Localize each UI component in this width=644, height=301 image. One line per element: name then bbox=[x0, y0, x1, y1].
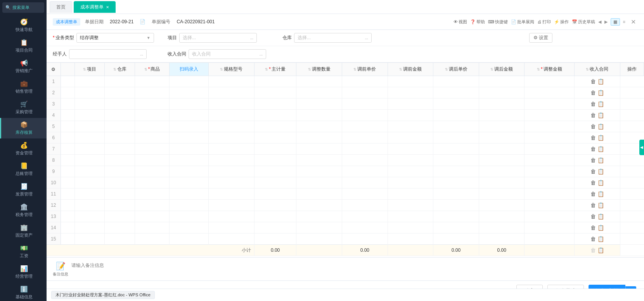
row-income-contract[interactable] bbox=[525, 189, 575, 200]
tab-home[interactable]: 首页 bbox=[50, 1, 72, 13]
table-container[interactable]: ⚙ ⇅项目 ⇅仓库 ⇅*商品 扫码录入 ⇅规格型号 ⇅*主计量 ⇅调整数量 ⇅调… bbox=[47, 62, 644, 257]
right-edge-toggle[interactable]: ◀ bbox=[639, 140, 644, 155]
row-scan[interactable] bbox=[135, 222, 170, 234]
row-income-contract[interactable] bbox=[525, 234, 575, 245]
help-action[interactable]: ❓帮助 bbox=[470, 19, 485, 25]
row-adjust-qty[interactable] bbox=[254, 177, 296, 189]
row-pre-amount[interactable] bbox=[342, 155, 388, 166]
row-copy-icon[interactable]: 📋 bbox=[597, 202, 604, 208]
row-income-contract[interactable] bbox=[525, 144, 575, 155]
row-unit[interactable] bbox=[209, 200, 254, 211]
row-spec[interactable] bbox=[170, 177, 209, 189]
row-scan[interactable] bbox=[135, 99, 170, 110]
form-close-button[interactable]: ✕ bbox=[628, 17, 638, 26]
row-project[interactable] bbox=[61, 110, 74, 121]
row-pre-unit-price[interactable] bbox=[296, 222, 342, 234]
row-copy-icon[interactable]: 📋 bbox=[597, 213, 604, 220]
row-income-contract[interactable] bbox=[525, 110, 575, 121]
row-delete-icon[interactable]: 🗑 bbox=[590, 191, 596, 197]
row-pre-unit-price[interactable] bbox=[296, 211, 342, 222]
row-spec[interactable] bbox=[170, 99, 209, 110]
row-warehouse[interactable] bbox=[74, 144, 105, 155]
row-pre-amount[interactable] bbox=[342, 166, 388, 177]
row-adjust-qty[interactable] bbox=[254, 189, 296, 200]
income-contract-select[interactable]: 收入合同 ... bbox=[189, 49, 266, 59]
row-adjust-amount[interactable] bbox=[479, 189, 525, 200]
row-delete-icon[interactable]: 🗑 bbox=[590, 236, 596, 242]
row-adjust-qty[interactable] bbox=[254, 132, 296, 144]
th-pre-unit-price[interactable]: ⇅调前单价 bbox=[342, 63, 388, 76]
row-pre-amount[interactable] bbox=[342, 200, 388, 211]
row-post-unit-price[interactable] bbox=[388, 211, 433, 222]
row-adjust-amount[interactable] bbox=[479, 177, 525, 189]
row-pre-unit-price[interactable] bbox=[296, 234, 342, 245]
row-scan[interactable] bbox=[135, 166, 170, 177]
grid-view-icon[interactable]: ▦ bbox=[611, 18, 620, 26]
row-income-contract[interactable] bbox=[525, 200, 575, 211]
row-spec[interactable] bbox=[170, 189, 209, 200]
row-copy-icon[interactable]: 📋 bbox=[597, 135, 604, 141]
sidebar-item-tax[interactable]: 🏛️ 税务管理 bbox=[0, 200, 47, 221]
row-delete-icon[interactable]: 🗑 bbox=[590, 135, 596, 141]
business-type-select[interactable]: 结存调整 ▼ bbox=[76, 33, 154, 43]
th-project[interactable]: ⇅项目 bbox=[74, 63, 105, 76]
th-scan[interactable]: 扫码录入 bbox=[170, 63, 209, 76]
row-pre-amount[interactable] bbox=[342, 222, 388, 234]
row-pre-amount[interactable] bbox=[342, 234, 388, 245]
row-unit[interactable] bbox=[209, 234, 254, 245]
sidebar-item-salary[interactable]: 💵 工资 bbox=[0, 241, 47, 262]
row-unit[interactable] bbox=[209, 110, 254, 121]
row-post-amount[interactable] bbox=[433, 222, 479, 234]
row-adjust-amount[interactable] bbox=[479, 132, 525, 144]
row-warehouse[interactable] bbox=[74, 189, 105, 200]
row-product[interactable] bbox=[105, 234, 135, 245]
row-project[interactable] bbox=[61, 211, 74, 222]
notes-input[interactable] bbox=[71, 261, 638, 276]
row-adjust-qty[interactable] bbox=[254, 200, 296, 211]
row-copy-icon[interactable]: 📋 bbox=[597, 123, 604, 130]
row-post-amount[interactable] bbox=[433, 110, 479, 121]
sidebar-item-fixed-assets[interactable]: 🏢 固定资产 bbox=[0, 221, 47, 241]
project-select[interactable]: 选择... ... bbox=[179, 33, 257, 43]
row-spec[interactable] bbox=[170, 234, 209, 245]
row-pre-unit-price[interactable] bbox=[296, 155, 342, 166]
row-copy-icon[interactable]: 📋 bbox=[597, 146, 604, 152]
row-income-contract[interactable] bbox=[525, 166, 575, 177]
row-income-contract[interactable] bbox=[525, 211, 575, 222]
row-copy-icon[interactable]: 📋 bbox=[597, 225, 604, 231]
row-delete-icon[interactable]: 🗑 bbox=[590, 90, 596, 96]
row-post-amount[interactable] bbox=[433, 211, 479, 222]
row-adjust-qty[interactable] bbox=[254, 166, 296, 177]
tab-cost-adjust[interactable]: 成本调整单 ✕ bbox=[74, 1, 116, 13]
row-post-amount[interactable] bbox=[433, 200, 479, 211]
row-pre-amount[interactable] bbox=[342, 132, 388, 144]
row-unit[interactable] bbox=[209, 211, 254, 222]
row-income-contract[interactable] bbox=[525, 76, 575, 87]
row-pre-amount[interactable] bbox=[342, 87, 388, 99]
row-product[interactable] bbox=[105, 132, 135, 144]
row-spec[interactable] bbox=[170, 87, 209, 99]
row-product[interactable] bbox=[105, 87, 135, 99]
row-adjust-amount[interactable] bbox=[479, 121, 525, 132]
sidebar-item-quick-nav[interactable]: 🧭 快速导航 bbox=[0, 15, 47, 36]
row-delete-icon[interactable]: 🗑 bbox=[590, 112, 596, 118]
row-project[interactable] bbox=[61, 99, 74, 110]
row-pre-unit-price[interactable] bbox=[296, 76, 342, 87]
row-scan[interactable] bbox=[135, 76, 170, 87]
row-adjust-qty[interactable] bbox=[254, 144, 296, 155]
row-post-unit-price[interactable] bbox=[388, 121, 433, 132]
row-adjust-amount[interactable] bbox=[479, 99, 525, 110]
th-post-amount[interactable]: ⇅调后金额 bbox=[479, 63, 525, 76]
row-unit[interactable] bbox=[209, 99, 254, 110]
row-post-amount[interactable] bbox=[433, 99, 479, 110]
row-project[interactable] bbox=[61, 144, 74, 155]
row-product[interactable] bbox=[105, 99, 135, 110]
row-spec[interactable] bbox=[170, 155, 209, 166]
th-adjust-qty[interactable]: ⇅调整数量 bbox=[296, 63, 342, 76]
row-project[interactable] bbox=[61, 189, 74, 200]
row-delete-icon[interactable]: 🗑 bbox=[590, 213, 596, 220]
row-pre-amount[interactable] bbox=[342, 99, 388, 110]
nav-prev-icon[interactable]: ◀ bbox=[598, 19, 601, 24]
sidebar-item-purchase[interactable]: 🛒 采购管理 bbox=[0, 97, 47, 118]
row-post-unit-price[interactable] bbox=[388, 200, 433, 211]
